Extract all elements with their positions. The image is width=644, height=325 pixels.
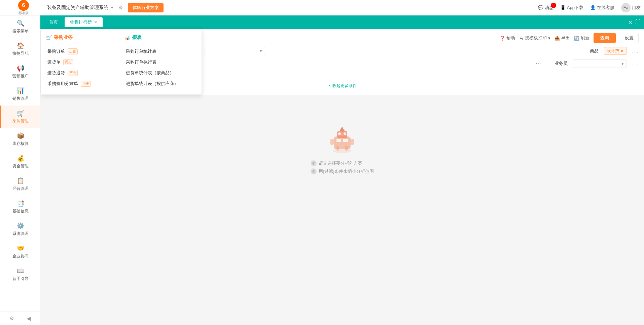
salesperson-select[interactable]: ▾: [573, 59, 627, 68]
collapse-label: 收起更多条件: [332, 83, 357, 89]
goods-dots: ...: [632, 48, 639, 54]
dropdown-item-purchase-expense[interactable]: 采购费用分摊单 历史: [46, 78, 118, 89]
sidebar-label-system: 系统管理: [12, 231, 29, 237]
main-layout: 🔍 搜索菜单 🏠 快捷导航 📢 营销推广 📊 销售管理 🛒 采购管理 📦 库存核…: [0, 15, 644, 325]
export-btn[interactable]: 📤 导出: [554, 35, 570, 41]
purchase-col-title: 🛒 采购业务: [46, 35, 118, 43]
sidebar-item-system[interactable]: ⚙️ 系统管理: [0, 218, 40, 241]
system-dropdown-arrow[interactable]: ▾: [111, 5, 113, 10]
filter-settings-button[interactable]: 设置: [620, 33, 639, 43]
inbound-return-history-badge: 历史: [68, 70, 78, 76]
phone-icon: 📱: [560, 5, 566, 10]
salesperson-label: 业务员: [554, 60, 568, 67]
tab-sales-ranking-label: 销售排行榜: [70, 19, 92, 25]
user-area[interactable]: Ea 用友: [621, 3, 641, 12]
sidebar-item-basic-info[interactable]: 📑 基础信息: [0, 196, 40, 218]
sidebar-label-search: 搜索菜单: [12, 28, 29, 34]
salesperson-dots: ...: [632, 60, 639, 67]
sidebar-item-guide[interactable]: 📖 新手引导: [0, 263, 40, 286]
svg-rect-10: [351, 139, 354, 145]
svg-point-0: [333, 149, 352, 153]
sidebar-item-sales[interactable]: 📊 销售管理: [0, 83, 40, 106]
sidebar-label-finance: 资金管理: [12, 163, 29, 169]
message-icon: 💬: [538, 5, 543, 10]
sidebar-item-inventory[interactable]: 📦 库存核算: [0, 128, 40, 151]
system-title-text: 装备及固定资产辅助管理系统: [47, 5, 108, 11]
dropdown-item-inbound-stat-goods[interactable]: 进货单统计表（按商品）: [124, 68, 196, 78]
tab-close-icon[interactable]: ✕: [94, 20, 97, 25]
sidebar-item-finance[interactable]: 💰 资金管理: [0, 151, 40, 173]
tab-expand-btn[interactable]: ⛶: [635, 19, 641, 25]
service-icon: 👤: [590, 5, 596, 10]
refresh-label: 刷新: [581, 35, 589, 41]
dropdown-item-inbound-stat-supplier[interactable]: 进货单统计表（按供应商）: [124, 78, 196, 89]
report-col-title: 📊 报表: [124, 35, 196, 43]
sidebar-item-quick-nav[interactable]: 🏠 快捷导航: [0, 38, 40, 60]
query-button[interactable]: 查询: [594, 33, 616, 43]
sidebar-label-marketing: 营销推广: [12, 73, 29, 79]
sidebar-item-purchase[interactable]: 🛒 采购管理: [0, 106, 40, 128]
logo-icon: 6: [18, 0, 29, 11]
sidebar-label-inventory: 库存核算: [12, 141, 29, 147]
goods-tag-text: 设计费: [607, 48, 619, 54]
sidebar-label-operations: 经营管理: [12, 186, 29, 192]
export-icon: 📤: [554, 36, 560, 41]
sidebar-item-cooperation[interactable]: 🤝 企业协同: [0, 241, 40, 263]
refresh-btn[interactable]: 🔄 刷新: [574, 35, 589, 41]
purchase-expense-label: 采购费用分摊单: [47, 81, 78, 87]
trial-button[interactable]: 体验行业方案: [128, 3, 164, 12]
tab-bar: 首页 销售排行榜 ✕ ✕ ⛶ 🛒 采购业务: [40, 15, 644, 29]
salesperson-arrow: ▾: [621, 61, 624, 66]
tab-sales-ranking[interactable]: 销售排行榜 ✕: [65, 17, 103, 27]
goods-tag-close[interactable]: ✕: [620, 49, 624, 53]
doc-status-select[interactable]: ▾: [205, 47, 265, 55]
purchase-col-icon: 🛒: [46, 35, 52, 40]
export-label: 导出: [561, 35, 570, 41]
system-title-area: 装备及固定资产辅助管理系统 ▾ ⚙: [47, 4, 123, 11]
tab-home[interactable]: 首页: [44, 17, 63, 27]
dropdown-item-inbound[interactable]: 进货单 历史: [46, 57, 118, 68]
help-label: 帮助: [506, 35, 515, 41]
sidebar-settings-btn[interactable]: ⚙: [9, 315, 14, 322]
sidebar-collapse-btn[interactable]: ◀: [27, 315, 31, 322]
system-settings-icon[interactable]: ⚙: [118, 4, 123, 11]
sidebar-item-search[interactable]: 🔍 搜索菜单: [0, 15, 40, 38]
guide-icon: 📖: [17, 267, 24, 275]
basic-info-icon: 📑: [17, 200, 24, 207]
svg-rect-1: [334, 136, 351, 149]
sidebar-item-marketing[interactable]: 📢 营销推广: [0, 60, 40, 83]
dropdown-item-purchase-order-exec[interactable]: 采购订单执行表: [124, 57, 196, 68]
purchase-col: 🛒 采购业务 采购订单 历史 进货单 历史 进货退货 历史: [46, 35, 118, 89]
tab-bar-right: ✕ ⛶: [628, 19, 641, 26]
purchase-expense-history-badge: 历史: [81, 81, 91, 87]
sidebar-item-operations[interactable]: 📋 经营管理: [0, 173, 40, 196]
sidebar-label-sales: 销售管理: [12, 96, 29, 101]
finance-icon: 💰: [17, 155, 24, 162]
svg-point-5: [338, 132, 341, 135]
inbound-label: 进货单: [47, 59, 61, 65]
tab-close-window-btn[interactable]: ✕: [628, 19, 633, 26]
purchase-order-stat-label: 采购订单统计表: [126, 48, 156, 54]
dropdown-item-purchase-order-stat[interactable]: 采购订单统计表: [124, 46, 196, 57]
user-label: 用友: [632, 5, 641, 11]
help-btn[interactable]: ❓ 帮助: [500, 35, 515, 41]
app-download-btn[interactable]: 📱 App下载: [560, 5, 583, 11]
report-col: 📊 报表 采购订单统计表 采购订单执行表 进货单统计表（按商品） 进货单统计: [124, 35, 196, 89]
purchase-order-exec-label: 采购订单执行表: [126, 59, 156, 65]
marketing-icon: 📢: [17, 65, 24, 72]
print-btn[interactable]: 🖨 按模板打印 ▾: [519, 35, 550, 41]
header-right: 💬 消息 5 📱 App下载 👤 在线客服 Ea 用友: [538, 3, 641, 12]
online-service-btn[interactable]: 👤 在线客服: [590, 5, 614, 11]
purchase-col-title-text: 采购业务: [54, 35, 73, 41]
goods-label: 商品: [590, 48, 599, 54]
inbound-return-label: 进货退货: [47, 70, 65, 76]
dropdown-item-inbound-return[interactable]: 进货退货 历史: [46, 68, 118, 78]
sidebar-label-purchase: 采购管理: [12, 118, 29, 124]
print-label: 按模板打印: [525, 35, 547, 41]
dropdown-item-purchase-order[interactable]: 采购订单 历史: [46, 46, 118, 57]
message-btn[interactable]: 💬 消息 5: [538, 5, 553, 11]
svg-rect-7: [340, 129, 345, 131]
refresh-icon: 🔄: [574, 36, 579, 41]
inbound-stat-goods-label: 进货单统计表（按商品）: [126, 70, 174, 76]
hint-num-2: ②: [311, 168, 317, 174]
